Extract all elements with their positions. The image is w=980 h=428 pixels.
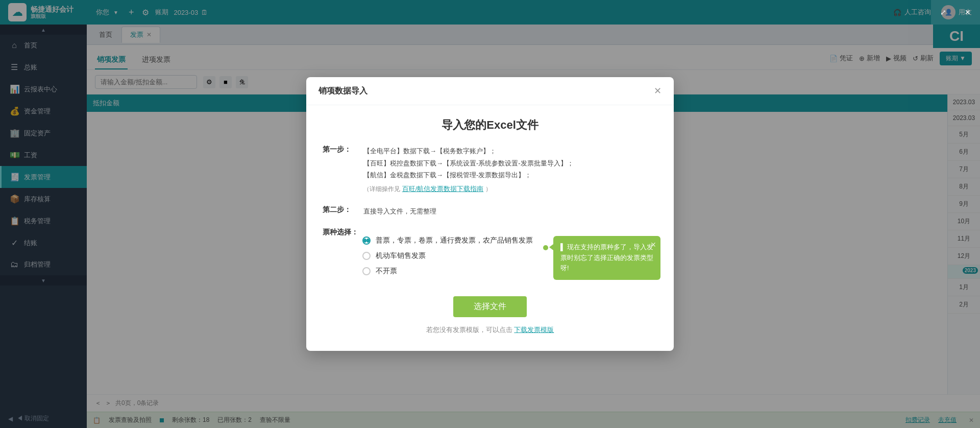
- step2-section: 第二步： 直接导入文件，无需整理: [323, 205, 657, 218]
- window-controls: ⤢ ✕: [931, 0, 980, 25]
- ticket-option-normal[interactable]: 普票，专票，卷票，通行费发票，农产品销售发票: [362, 236, 533, 245]
- modal-title: 销项数据导入: [318, 86, 368, 97]
- download-link[interactable]: 下载发票模版: [514, 326, 554, 334]
- modal-overlay[interactable]: 销项数据导入 ✕ 导入您的Excel文件 第一步： 【全电平台】数据下载→【税务…: [0, 0, 980, 428]
- ticket-label: 票种选择：: [323, 228, 358, 237]
- ticket-option-none[interactable]: 不开票: [362, 267, 533, 276]
- radio-normal[interactable]: [362, 236, 371, 245]
- radio-vehicle[interactable]: [362, 252, 371, 260]
- ticket-option-none-label: 不开票: [376, 267, 397, 276]
- modal-body: 导入您的Excel文件 第一步： 【全电平台】数据下载→【税务数字账户】； 【百…: [306, 105, 674, 351]
- ticket-option-vehicle-label: 机动车销售发票: [376, 251, 426, 260]
- tooltip-close-btn[interactable]: ✕: [650, 239, 656, 250]
- step1-note: （详细操作见: [363, 185, 400, 193]
- download-hint: 若您没有发票模版，可以点击: [426, 326, 512, 334]
- modal-header: 销项数据导入 ✕: [306, 77, 674, 105]
- step1-line2: 【百旺】税控盘数据下载→【系统设置-系统参数设置-发票批量导入】；: [363, 157, 574, 169]
- download-template-section: 若您没有发票模版，可以点击 下载发票模版: [323, 325, 657, 335]
- step1-section: 第一步： 【全电平台】数据下载→【税务数字账户】； 【百旺】税控盘数据下载→【系…: [323, 145, 657, 195]
- tooltip-dot: [543, 245, 548, 250]
- modal-main-title: 导入您的Excel文件: [323, 117, 657, 133]
- radio-none[interactable]: [362, 267, 371, 275]
- ticket-option-normal-label: 普票，专票，卷票，通行费发票，农产品销售发票: [376, 236, 533, 245]
- step1-label: 第一步：: [323, 145, 351, 192]
- ticket-options: 普票，专票，卷票，通行费发票，农产品销售发票 机动车销售发票 不开票: [362, 236, 533, 276]
- step2-label: 第二步：: [323, 205, 351, 215]
- ticket-option-vehicle[interactable]: 机动车销售发票: [362, 251, 533, 260]
- modal-close-btn[interactable]: ✕: [654, 85, 662, 97]
- maximize-button[interactable]: ⤢: [931, 0, 955, 25]
- ticket-section: 票种选择： 普票，专票，卷票，通行费发票，农产品销售发票 机动车销售: [323, 228, 657, 284]
- step1-line3: 【航信】金税盘数据下载→【报税管理-发票数据导出】；: [363, 169, 574, 181]
- tooltip-text: ▌ 现在支持的票种多了，导入发票时别忘了选择正确的发票类型呀!: [560, 243, 653, 272]
- tooltip-bubble: ✕ ▌ 现在支持的票种多了，导入发票时别忘了选择正确的发票类型呀!: [553, 236, 660, 280]
- step1-line1: 【全电平台】数据下载→【税务数字账户】；: [363, 145, 574, 157]
- step2-content: 直接导入文件，无需整理: [355, 205, 436, 217]
- select-file-btn[interactable]: 选择文件: [453, 296, 527, 317]
- step1-link[interactable]: 百旺/航信发票数据下载指南: [402, 185, 484, 193]
- close-button[interactable]: ✕: [955, 0, 980, 25]
- step1-content: 【全电平台】数据下载→【税务数字账户】； 【百旺】税控盘数据下载→【系统设置-系…: [355, 145, 574, 195]
- import-modal: 销项数据导入 ✕ 导入您的Excel文件 第一步： 【全电平台】数据下载→【税务…: [306, 77, 674, 351]
